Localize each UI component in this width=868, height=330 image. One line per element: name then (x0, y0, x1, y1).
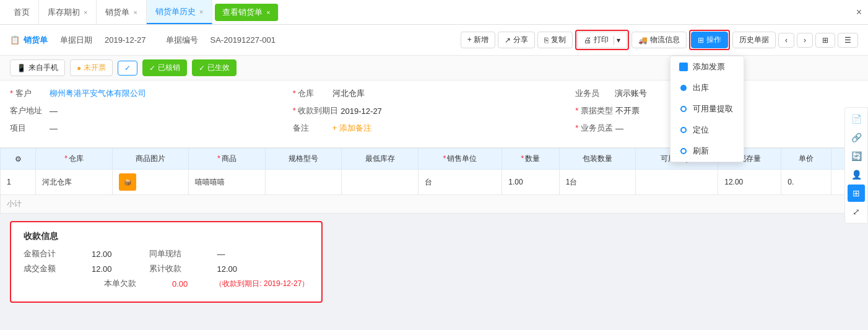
customer-value[interactable]: 柳州粤港平安气体有限公司 (50, 88, 146, 99)
add-invoice-item[interactable]: 添加发票 (671, 56, 744, 77)
confirm-button[interactable]: ✓ (118, 61, 137, 76)
payment-info-box: 收款信息 金额合计 12.00 同单现结 — 成交金额 12.00 累计收款 1… (10, 221, 323, 303)
locate-label: 定位 (693, 124, 709, 136)
operation-highlight-box: ⊞ 操作 (689, 30, 730, 50)
date-value: 2019-12-27 (105, 35, 146, 45)
outbound-item[interactable]: 出库 (671, 77, 744, 98)
side-icon-expand[interactable]: ⤢ (848, 203, 865, 220)
row-product: 嘻嘻嘻嘻 (189, 170, 266, 195)
refresh-label: 刷新 (693, 145, 709, 157)
refresh-icon (680, 148, 687, 154)
effect-icon: ✓ (199, 64, 205, 72)
col-quantity: *数量 (502, 149, 559, 170)
side-icon-chart[interactable]: ⊞ (848, 185, 865, 202)
ticket-type-value: 不开票 (615, 105, 640, 116)
project-field: 项目 — (10, 123, 293, 134)
add-invoice-icon (679, 63, 688, 71)
close-sales-tab[interactable]: × (133, 9, 137, 16)
view-list-button[interactable]: ☰ (838, 33, 858, 48)
sales-staff-value: — (615, 124, 623, 133)
subtotal-label: 小计 (1, 195, 868, 214)
tab-inventory-init[interactable]: 库存期初 × (39, 0, 97, 24)
table-row: 1 河北仓库 📦 嘻嘻嘻嘻 台 1.00 1台 12.00 0. (1, 170, 868, 195)
payment-row-1: 金额合计 12.00 同单现结 — (24, 248, 309, 259)
tab-sales-history[interactable]: 销货单历史 × (147, 0, 212, 24)
document-header: 📋 销货单 单据日期 2019-12-27 单据编号 SA-20191227-0… (0, 25, 868, 56)
col-settings[interactable]: ⚙ (1, 149, 36, 170)
product-thumbnail: 📦 (119, 173, 136, 191)
add-note-button[interactable]: + 添加备注 (332, 123, 371, 134)
total-amount-label: 金额合计 (24, 248, 67, 259)
view-grid-button[interactable]: ⊞ (815, 33, 835, 48)
from-phone-button[interactable]: 📱 来自手机 (10, 59, 65, 76)
number-label: 单据编号 (166, 35, 198, 46)
row-spec (265, 170, 342, 195)
ticket-type-label: 票据类型 (575, 105, 613, 116)
print-highlight-box: 🖨 打印 ▾ (575, 30, 629, 50)
sales-staff-label: 业务员孟 (575, 123, 613, 134)
window-close-button[interactable]: × (856, 7, 862, 18)
doc-title-area: 📋 销货单 (10, 35, 48, 46)
tab-view-sales[interactable]: 查看销货单 × (215, 4, 278, 21)
confirm-icon: ✓ (124, 64, 131, 72)
number-value: SA-20191227-001 (210, 35, 276, 45)
col-spec: 规格型号 (265, 149, 342, 170)
customer-field: 客户 柳州粤港平安气体有限公司 (10, 88, 293, 99)
print-dropdown-arrow[interactable]: ▾ (614, 36, 620, 45)
row-available (636, 170, 718, 195)
close-inventory-tab[interactable]: × (84, 9, 87, 16)
warehouse-label: 仓库 (293, 88, 330, 99)
row-warehouse: 河北仓库 (36, 170, 113, 195)
date-label: 单据日期 (60, 35, 92, 46)
not-open-ticket-button[interactable]: ● 未开票 (70, 59, 113, 76)
close-history-tab[interactable]: × (199, 8, 203, 15)
payment-row-3: 本单欠款 0.00 （收款到期日: 2019-12-27） (24, 278, 309, 289)
new-button[interactable]: + 新增 (461, 32, 495, 48)
same-order-value: — (217, 250, 225, 259)
gear-icon: ⚙ (15, 155, 22, 163)
prev-button[interactable]: ‹ (778, 33, 794, 48)
col-sales-unit: *销售单位 (418, 149, 501, 170)
already-effect-button[interactable]: ✓ 已生效 (192, 59, 237, 76)
outbound-icon (680, 85, 687, 91)
available-qty-label: 可用量提取 (693, 103, 733, 115)
doc-title: 销货单 (24, 35, 48, 46)
tab-sales-order[interactable]: 销货单 × (97, 0, 146, 24)
owed-extra: （收款到期日: 2019-12-27） (215, 279, 309, 289)
side-icon-doc[interactable]: 📄 (848, 110, 865, 128)
owed-label: 本单欠款 (104, 278, 147, 289)
operation-icon: ⊞ (698, 36, 704, 45)
staff-value: 演示账号 (615, 88, 647, 99)
logistics-icon: 🚚 (638, 36, 648, 45)
side-icon-user[interactable]: 👤 (848, 166, 865, 183)
available-qty-item[interactable]: 可用量提取 (671, 98, 744, 119)
outbound-label: 出库 (693, 82, 709, 93)
refresh-item[interactable]: 刷新 (671, 141, 744, 162)
logistics-button[interactable]: 🚚 物流信息 (631, 32, 687, 48)
print-button[interactable]: 🖨 打印 ▾ (577, 32, 627, 48)
sold-icon: ✓ (149, 64, 155, 72)
row-sales-unit: 台 (418, 170, 501, 195)
share-button[interactable]: ↗ 分享 (498, 32, 535, 48)
row-product-img: 📦 (112, 170, 189, 195)
side-icon-link[interactable]: 🔗 (848, 129, 865, 146)
total-receipt-label: 累计收款 (149, 263, 193, 274)
tab-home[interactable]: 首页 (5, 0, 39, 24)
close-view-tab[interactable]: × (266, 9, 270, 16)
row-min-stock (342, 170, 419, 195)
operation-button[interactable]: ⊞ 操作 (691, 32, 728, 48)
payment-date-label: 收款到期日 (293, 105, 339, 116)
locate-item[interactable]: 定位 (671, 119, 744, 141)
col-warehouse: *仓库 (36, 149, 113, 170)
history-button[interactable]: 历史单据 (732, 32, 776, 48)
copy-button[interactable]: ⎘ 复制 (537, 32, 573, 48)
next-button[interactable]: › (797, 33, 813, 48)
row-unit-price: 0. (781, 170, 831, 195)
note-field: 备注 + 添加备注 (293, 123, 576, 134)
col-unit-price: 单价 (781, 149, 831, 170)
print-icon: 🖨 (584, 36, 591, 45)
already-sold-button[interactable]: ✓ 已核销 (142, 59, 187, 76)
address-value: — (50, 106, 58, 116)
copy-icon: ⎘ (544, 36, 549, 45)
side-icon-refresh[interactable]: 🔄 (848, 147, 865, 165)
